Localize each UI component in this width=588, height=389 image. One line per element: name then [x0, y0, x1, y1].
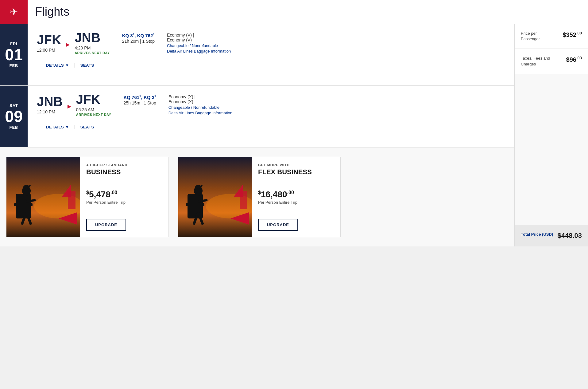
dest-code-2: JFK [76, 93, 111, 106]
page-header: ✈ Flights [0, 0, 588, 24]
upgrade-card-flex: GET MORE WITH FLEX BUSINESS $16,480.00 P… [178, 157, 341, 237]
flex-card-svg [178, 157, 252, 237]
seats-button-2[interactable]: SEATS [80, 125, 94, 129]
business-card-tag: A HIGHER STANDARD [86, 163, 127, 167]
upgrade-card-business: A HIGHER STANDARD BUSINESS $5,478.00 Per… [6, 157, 169, 237]
flight-main-row-1: JFK 12:00 PM ► JNB 4:20 PM ARRIVES NEXT … [37, 31, 505, 55]
origin-block-1: JFK 12:00 PM [37, 33, 61, 53]
baggage-link-1[interactable]: Delta Air Lines Baggage Information [167, 49, 231, 53]
flight-duration-2: 25h 15m | 1 Stop [123, 100, 156, 105]
origin-block-2: JNB 12:10 PM [37, 95, 63, 114]
details-row-1: DETAILS ▼ | SEATS [37, 59, 505, 72]
arrives-next-1: ARRIVES NEXT DAY [75, 51, 110, 55]
arrow-icon-1: ► [65, 41, 71, 48]
origin-code-2: JNB [37, 95, 63, 108]
origin-time-2: 12:10 PM [37, 109, 63, 114]
fare-class-2a: Economy (X) | [168, 94, 232, 99]
flight-numbers-1: KQ 31, KQ 7621 [122, 33, 155, 38]
taxes-item: Taxes, Fees and Charges $96.03 [515, 49, 588, 74]
flex-price-sub: Per Person Entire Trip [258, 200, 312, 205]
date-col-1: FRI 01 FEB [0, 24, 28, 85]
total-price-item: Total Price (USD) $448.03 [515, 225, 588, 246]
details-button-2[interactable]: DETAILS ▼ [46, 125, 69, 129]
fare-block-2: Economy (X) | Economy (X) Changeable / N… [168, 94, 232, 115]
flight-row-2: SAT 09 FEB JNB 12:10 PM ► JFK 06:25 AM [0, 86, 514, 147]
svg-rect-17 [186, 203, 204, 206]
svg-rect-3 [68, 191, 75, 209]
plane-icon: ✈ [10, 6, 18, 18]
flex-price: $16,480.00 [258, 190, 312, 199]
airports-2: JNB 12:10 PM ► JFK 06:25 AM ARRIVES NEXT… [37, 93, 111, 116]
business-upgrade-button[interactable]: UPGRADE [86, 219, 126, 231]
total-price-value: $448.03 [557, 232, 582, 240]
flight-duration-1: 21h 20m | 1 Stop [122, 39, 155, 44]
svg-line-20 [198, 200, 207, 202]
details-button-1[interactable]: DETAILS ▼ [46, 63, 69, 68]
flex-card-image [178, 157, 252, 237]
seats-button-1[interactable]: SEATS [80, 63, 94, 68]
flight-numbers-2: KQ 7611, KQ 21 [123, 94, 156, 100]
header-icon-box: ✈ [0, 0, 28, 24]
flex-card-header: GET MORE WITH FLEX BUSINESS [258, 163, 312, 176]
dest-code-1: JNB [75, 31, 110, 44]
flight-main-row-2: JNB 12:10 PM ► JFK 06:25 AM ARRIVES NEXT… [37, 93, 505, 116]
business-card-image [6, 157, 80, 237]
business-card-title: BUSINESS [86, 168, 127, 176]
date-dow-2: SAT [10, 103, 18, 108]
svg-rect-15 [240, 191, 247, 209]
flight-info-col-2: JNB 12:10 PM ► JFK 06:25 AM ARRIVES NEXT… [28, 86, 514, 147]
upgrade-section: A HIGHER STANDARD BUSINESS $5,478.00 Per… [0, 147, 514, 246]
flex-upgrade-button[interactable]: UPGRADE [258, 219, 298, 231]
separator-2: | [74, 124, 75, 130]
fare-block-1: Economy (V) | Economy (V) Changeable / N… [167, 33, 231, 53]
dest-time-2: 06:25 AM [76, 107, 111, 112]
business-card-header: A HIGHER STANDARD BUSINESS [86, 163, 127, 176]
dest-block-2: JFK 06:25 AM ARRIVES NEXT DAY [76, 93, 111, 116]
taxes-value: $96.03 [566, 56, 582, 63]
dest-block-1: JNB 4:20 PM ARRIVES NEXT DAY [75, 31, 110, 55]
main-container: FRI 01 FEB JFK 12:00 PM ► JNB 4:20 PM [0, 24, 588, 246]
flight-details-block-2: KQ 7611, KQ 21 25h 15m | 1 Stop [123, 94, 156, 105]
flight-info-col-1: JFK 12:00 PM ► JNB 4:20 PM ARRIVES NEXT … [28, 24, 514, 85]
business-card-svg [6, 157, 80, 237]
baggage-link-2[interactable]: Delta Air Lines Baggage Information [168, 111, 232, 115]
flight-details-block-1: KQ 31, KQ 7621 21h 20m | 1 Stop [122, 33, 155, 44]
separator-1: | [74, 62, 75, 68]
date-month-2: FEB [10, 125, 18, 130]
dest-time-1: 4:20 PM [75, 45, 110, 50]
date-month-1: FEB [10, 63, 18, 68]
taxes-label: Taxes, Fees and Charges [521, 56, 555, 67]
changeable-link-1[interactable]: Changeable / Nonrefundable [167, 43, 231, 48]
date-col-2: SAT 09 FEB [0, 86, 28, 147]
price-panel: Price per Passenger $352.00 Taxes, Fees … [514, 24, 588, 246]
airports-1: JFK 12:00 PM ► JNB 4:20 PM ARRIVES NEXT … [37, 31, 110, 55]
flex-card-tag: GET MORE WITH [258, 163, 312, 167]
fare-class-1b: Economy (V) [167, 37, 231, 42]
price-per-passenger-label: Price per Passenger [521, 31, 555, 42]
total-price-label: Total Price (USD) [521, 232, 553, 237]
fare-class-1a: Economy (V) | [167, 33, 231, 37]
flex-card-content: GET MORE WITH FLEX BUSINESS $16,480.00 P… [252, 157, 318, 237]
arrow-icon-2: ► [66, 103, 72, 110]
flex-price-block: $16,480.00 Per Person Entire Trip [258, 190, 312, 205]
flight-row-1: FRI 01 FEB JFK 12:00 PM ► JNB 4:20 PM [0, 24, 514, 86]
business-price: $5,478.00 [86, 190, 127, 199]
flights-panel: FRI 01 FEB JFK 12:00 PM ► JNB 4:20 PM [0, 24, 514, 246]
date-dow-1: FRI [10, 41, 17, 46]
price-per-passenger-value: $352.00 [563, 31, 582, 38]
page-title: Flights [28, 5, 69, 18]
date-day-2: 09 [5, 108, 23, 124]
changeable-link-2[interactable]: Changeable / Nonrefundable [168, 105, 232, 110]
business-price-sub: Per Person Entire Trip [86, 200, 127, 205]
fare-class-2b: Economy (X) [168, 99, 232, 104]
svg-line-8 [26, 200, 36, 202]
svg-rect-5 [14, 203, 33, 206]
business-price-block: $5,478.00 Per Person Entire Trip [86, 190, 127, 205]
origin-time-1: 12:00 PM [37, 48, 61, 53]
origin-code-1: JFK [37, 33, 61, 46]
business-card-content: A HIGHER STANDARD BUSINESS $5,478.00 Per… [80, 157, 133, 237]
price-per-passenger-item: Price per Passenger $352.00 [515, 24, 588, 49]
details-row-2: DETAILS ▼ | SEATS [37, 121, 505, 134]
date-day-1: 01 [5, 47, 23, 63]
flex-card-title: FLEX BUSINESS [258, 168, 312, 176]
